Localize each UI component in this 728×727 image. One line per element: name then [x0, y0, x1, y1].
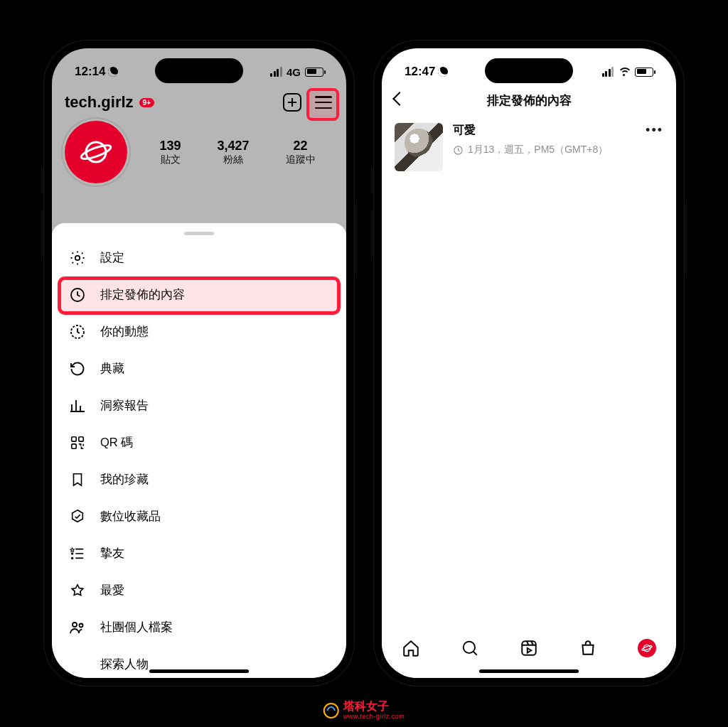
menu-label: 社團個人檔案 [100, 620, 173, 635]
svg-rect-7 [72, 444, 76, 448]
discover-icon [69, 656, 86, 673]
svg-point-1 [80, 143, 112, 161]
menu-close-friends[interactable]: 摯友 [52, 535, 346, 572]
menu-qr[interactable]: QR 碼 [52, 424, 346, 461]
battery-icon [635, 68, 653, 77]
svg-point-10 [73, 623, 77, 627]
stat-posts[interactable]: 139 貼文 [159, 139, 181, 166]
sheet-grabber[interactable] [184, 232, 214, 235]
menu-digital[interactable]: 數位收藏品 [52, 498, 346, 535]
svg-point-11 [80, 624, 83, 628]
gear-icon [69, 249, 86, 266]
menu-label: 最愛 [100, 583, 124, 598]
watermark: 塔科女子 www.tech-girlz.com [323, 701, 405, 720]
menu-button[interactable] [314, 92, 333, 112]
page-title: 排定發佈的內容 [487, 92, 572, 109]
menu-label: 我的珍藏 [100, 472, 149, 488]
clock-icon [453, 145, 464, 156]
menu-archive[interactable]: 典藏 [52, 350, 346, 387]
back-button[interactable] [392, 92, 407, 106]
menu-scheduled[interactable]: 排定發佈的內容 [52, 276, 346, 313]
status-time: 12:47 [405, 65, 435, 79]
dnd-moon-icon [107, 65, 120, 78]
menu-activity[interactable]: 你的動態 [52, 313, 346, 350]
menu-saved[interactable]: 我的珍藏 [52, 461, 346, 498]
battery-icon [305, 68, 323, 77]
create-button[interactable] [282, 92, 302, 112]
chart-icon [69, 397, 86, 414]
svg-point-2 [75, 256, 80, 260]
phone-right: 12:47 排定發佈的內容 可愛 ••• [373, 40, 685, 686]
tab-home[interactable] [402, 639, 420, 657]
post-more-button[interactable]: ••• [646, 123, 663, 138]
svg-point-8 [72, 553, 73, 554]
plus-square-icon [283, 93, 301, 112]
tab-reels[interactable] [520, 639, 538, 657]
profile-stats-row: 139 貼文 3,427 粉絲 22 追蹤中 [52, 119, 346, 183]
wifi-icon [618, 68, 631, 77]
svg-rect-6 [79, 437, 83, 441]
avatar[interactable] [65, 121, 127, 183]
cellular-icon [602, 67, 614, 77]
post-schedule-time: 1月13，週五，PM5（GMT+8） [453, 144, 663, 156]
scheduled-post-row[interactable]: 可愛 ••• 1月13，週五，PM5（GMT+8） [382, 117, 676, 177]
status-time: 12:14 [75, 65, 105, 79]
stat-followers[interactable]: 3,427 粉絲 [218, 139, 250, 166]
menu-label: 設定 [100, 250, 124, 266]
notification-badge: 9+ [139, 98, 154, 107]
star-icon [69, 582, 86, 599]
tab-search[interactable] [461, 639, 479, 657]
clock-icon [69, 286, 86, 303]
profile-header: tech.girlz 9+ [52, 88, 346, 119]
menu-group-profiles[interactable]: 社團個人檔案 [52, 609, 346, 646]
post-caption: 可愛 [453, 123, 476, 138]
menu-label: 洞察報告 [100, 398, 149, 414]
archive-icon [69, 360, 86, 377]
home-indicator[interactable] [149, 669, 249, 673]
menu-insights[interactable]: 洞察報告 [52, 387, 346, 424]
menu-label: 摯友 [100, 546, 124, 561]
phone-left: 12:14 4G tech.girlz 9+ [43, 40, 355, 686]
menu-label: 探索人物 [100, 657, 149, 672]
watermark-url: www.tech-girlz.com [343, 713, 405, 720]
svg-point-9 [72, 558, 73, 559]
dynamic-island [485, 58, 573, 83]
dnd-moon-icon [437, 65, 450, 78]
menu-label: 數位收藏品 [100, 509, 161, 524]
dynamic-island [155, 58, 243, 83]
svg-point-13 [464, 642, 475, 653]
activity-icon [69, 323, 86, 340]
tab-profile[interactable] [638, 639, 656, 657]
menu-discover[interactable]: 探索人物 [52, 646, 346, 678]
menu-settings[interactable]: 設定 [52, 239, 346, 276]
watermark-icon [323, 703, 339, 718]
nav-header: 排定發佈的內容 [382, 88, 676, 117]
stat-following[interactable]: 22 追蹤中 [286, 139, 316, 166]
watermark-text: 塔科女子 [343, 701, 405, 712]
menu-label: QR 碼 [100, 435, 133, 451]
bookmark-icon [69, 471, 86, 488]
people-icon [69, 619, 86, 636]
home-indicator[interactable] [479, 669, 579, 673]
network-label: 4G [287, 66, 301, 78]
post-thumbnail [395, 123, 443, 171]
qr-icon [69, 434, 86, 451]
highlight-menu [306, 88, 339, 121]
menu-favorites[interactable]: 最愛 [52, 572, 346, 609]
svg-rect-5 [72, 437, 76, 441]
menu-label: 排定發佈的內容 [100, 287, 185, 303]
tab-shop[interactable] [579, 639, 597, 657]
svg-point-16 [641, 645, 652, 652]
options-sheet: 設定 排定發佈的內容 你的動態 [52, 223, 346, 678]
list-star-icon [69, 545, 86, 562]
username[interactable]: tech.girlz [65, 93, 134, 112]
menu-label: 典藏 [100, 361, 124, 377]
cellular-icon [270, 67, 282, 77]
menu-label: 你的動態 [100, 324, 149, 340]
svg-rect-14 [522, 641, 536, 655]
hexagon-check-icon [69, 508, 86, 525]
